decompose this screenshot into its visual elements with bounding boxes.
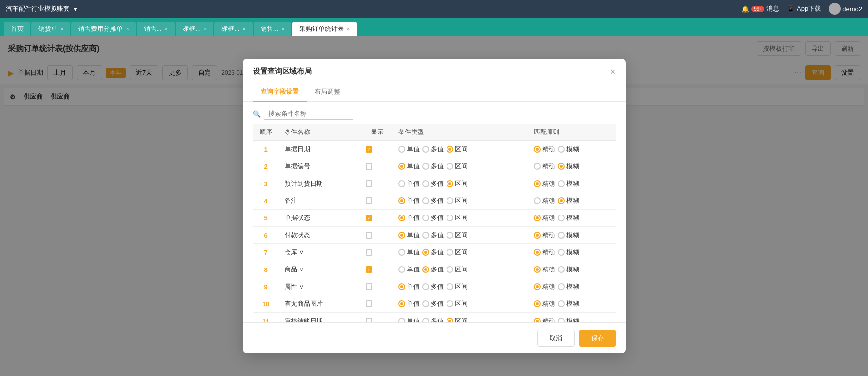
match-radio-item-模糊[interactable]: 模糊 (558, 162, 579, 171)
tab-4[interactable]: 标框... × (176, 22, 213, 36)
match-radio-item-精确[interactable]: 精确 (534, 179, 555, 188)
display-checkbox[interactable]: ✓ (366, 266, 372, 273)
type-radio-item-区间[interactable]: 区间 (447, 179, 468, 188)
display-checkbox[interactable] (366, 300, 372, 307)
match-radio-item-精确[interactable]: 精确 (534, 282, 555, 291)
cell-display[interactable] (361, 313, 393, 323)
dialog-tab-layout[interactable]: 布局调整 (307, 82, 348, 102)
type-radio-item-多值[interactable]: 多值 (422, 265, 444, 274)
type-radio-item-区间[interactable]: 区间 (447, 231, 468, 240)
dropdown-icon[interactable]: ▾ (74, 5, 77, 13)
display-checkbox[interactable] (366, 249, 372, 256)
type-radio-item-单值[interactable]: 单值 (398, 214, 420, 222)
cell-display[interactable] (361, 244, 393, 261)
type-radio-item-多值[interactable]: 多值 (422, 196, 444, 205)
cell-display[interactable] (361, 295, 393, 313)
type-radio-item-区间[interactable]: 区间 (447, 162, 468, 171)
user-avatar[interactable]: demo2 (829, 3, 862, 15)
type-radio-item-多值[interactable]: 多值 (422, 231, 444, 240)
notification-btn[interactable]: 🔔 99+ 消息 (741, 4, 779, 13)
cell-display[interactable]: ✓ (361, 141, 393, 158)
cell-display[interactable] (361, 278, 393, 295)
cell-display[interactable] (361, 192, 393, 210)
tab-3-close[interactable]: × (165, 26, 168, 32)
tab-5-close[interactable]: × (242, 26, 245, 32)
type-radio-item-区间[interactable]: 区间 (447, 282, 468, 291)
type-radio-item-单值[interactable]: 单值 (398, 179, 420, 188)
match-radio-item-精确[interactable]: 精确 (534, 231, 555, 240)
type-radio-item-多值[interactable]: 多值 (422, 179, 444, 188)
tab-3[interactable]: 销售... × (137, 22, 175, 36)
display-checkbox[interactable] (366, 197, 372, 204)
match-radio-item-精确[interactable]: 精确 (534, 299, 555, 308)
type-radio-item-单值[interactable]: 单值 (398, 231, 420, 240)
type-radio-item-多值[interactable]: 多值 (422, 282, 444, 291)
match-radio-item-精确[interactable]: 精确 (534, 214, 555, 222)
match-radio-item-精确[interactable]: 精确 (534, 196, 555, 205)
display-checkbox[interactable] (366, 283, 372, 290)
type-radio-item-区间[interactable]: 区间 (447, 145, 468, 154)
cell-display[interactable] (361, 227, 393, 244)
tab-sales-expense[interactable]: 销售费用分摊单 × (71, 22, 135, 36)
match-radio-item-模糊[interactable]: 模糊 (558, 179, 579, 188)
type-radio-item-单值[interactable]: 单值 (398, 196, 420, 205)
type-radio-item-单值[interactable]: 单值 (398, 145, 420, 154)
match-radio-item-模糊[interactable]: 模糊 (558, 145, 579, 154)
tab-6-close[interactable]: × (282, 26, 285, 32)
display-checkbox[interactable] (366, 163, 372, 170)
tab-sales-order[interactable]: 销货单 × (31, 22, 70, 36)
display-checkbox[interactable]: ✓ (366, 215, 372, 221)
type-radio-item-区间[interactable]: 区间 (447, 299, 468, 308)
type-radio-item-单值[interactable]: 单值 (398, 162, 420, 171)
type-radio-item-区间[interactable]: 区间 (447, 265, 468, 274)
match-radio-item-模糊[interactable]: 模糊 (558, 214, 579, 222)
tab-purchase-stats[interactable]: 采购订单统计表 × (292, 22, 357, 36)
type-radio-item-单值[interactable]: 单值 (398, 299, 420, 308)
cancel-button[interactable]: 取消 (537, 330, 575, 347)
tab-6[interactable]: 销售... × (254, 22, 291, 36)
tab-5[interactable]: 标框... × (214, 22, 252, 36)
type-radio-item-多值[interactable]: 多值 (422, 162, 444, 171)
type-radio-item-单值[interactable]: 单值 (398, 248, 420, 257)
type-radio-item-多值[interactable]: 多值 (422, 248, 444, 257)
match-radio-item-精确[interactable]: 精确 (534, 317, 555, 322)
type-radio-item-多值[interactable]: 多值 (422, 317, 444, 322)
tab-4-close[interactable]: × (204, 26, 207, 32)
display-checkbox[interactable] (366, 232, 372, 239)
type-radio-item-单值[interactable]: 单值 (398, 282, 420, 291)
match-radio-item-精确[interactable]: 精确 (534, 265, 555, 274)
tab-home[interactable]: 首页 (4, 22, 30, 36)
display-checkbox[interactable] (366, 180, 372, 187)
match-radio-item-模糊[interactable]: 模糊 (558, 317, 579, 322)
tab-purchase-stats-close[interactable]: × (347, 26, 350, 32)
dialog-tab-query-fields[interactable]: 查询字段设置 (253, 82, 307, 102)
match-radio-item-模糊[interactable]: 模糊 (558, 265, 579, 274)
type-radio-item-单值[interactable]: 单值 (398, 317, 420, 322)
tab-sales-order-close[interactable]: × (60, 26, 63, 32)
cell-display[interactable] (361, 158, 393, 175)
match-radio-item-模糊[interactable]: 模糊 (558, 299, 579, 308)
cell-display[interactable] (361, 175, 393, 192)
type-radio-item-区间[interactable]: 区间 (447, 214, 468, 222)
search-input[interactable] (264, 108, 353, 120)
match-radio-item-模糊[interactable]: 模糊 (558, 248, 579, 257)
cell-display[interactable]: ✓ (361, 261, 393, 278)
match-radio-item-模糊[interactable]: 模糊 (558, 231, 579, 240)
type-radio-item-多值[interactable]: 多值 (422, 214, 444, 222)
cell-display[interactable]: ✓ (361, 210, 393, 227)
match-radio-item-精确[interactable]: 精确 (534, 162, 555, 171)
match-radio-item-模糊[interactable]: 模糊 (558, 196, 579, 205)
match-radio-item-精确[interactable]: 精确 (534, 145, 555, 154)
type-radio-item-区间[interactable]: 区间 (447, 196, 468, 205)
match-radio-item-模糊[interactable]: 模糊 (558, 282, 579, 291)
dialog-close-button[interactable]: × (610, 67, 616, 76)
type-radio-item-多值[interactable]: 多值 (422, 299, 444, 308)
download-btn[interactable]: 📱 App下载 (787, 4, 821, 13)
match-radio-item-精确[interactable]: 精确 (534, 248, 555, 257)
display-checkbox[interactable]: ✓ (366, 146, 372, 153)
tab-sales-expense-close[interactable]: × (126, 26, 129, 32)
save-button[interactable]: 保存 (579, 330, 616, 347)
type-radio-item-单值[interactable]: 单值 (398, 265, 420, 274)
type-radio-item-区间[interactable]: 区间 (447, 317, 468, 322)
display-checkbox[interactable] (366, 318, 372, 322)
